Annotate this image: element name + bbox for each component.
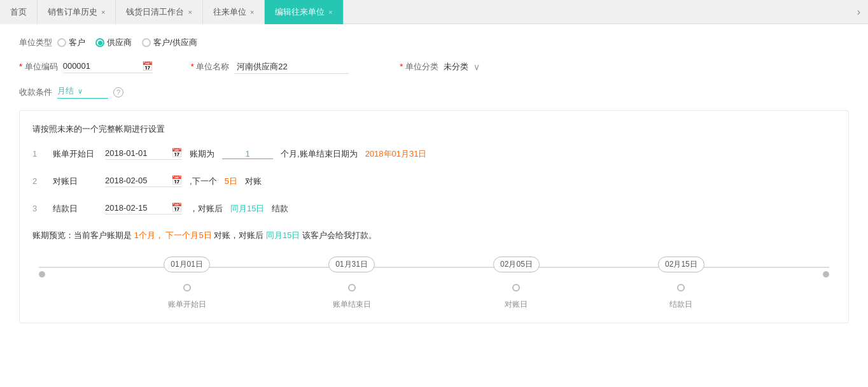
period-input[interactable] xyxy=(222,149,273,159)
row3-suffix: 结款 xyxy=(272,203,288,215)
payment-terms-row: 收款条件 月结 ∨ ? xyxy=(19,85,849,99)
timeline-tag-1: 01月01日 xyxy=(164,257,210,272)
timeline-dot-3 xyxy=(512,284,520,292)
radio-circle-both xyxy=(142,38,151,47)
unit-name-item: 单位名称 xyxy=(191,60,349,74)
start-date-calendar-icon[interactable]: 📅 xyxy=(171,148,182,158)
payment-terms-label: 收款条件 xyxy=(19,87,52,98)
unit-code-input-wrap: 📅 xyxy=(63,61,153,73)
preview-label: 账期预览：当前客户账期是 xyxy=(32,230,132,240)
setting-row-3: 3 结款日 📅 ，对账后 同月15日 结款 xyxy=(32,202,836,215)
section-title: 请按照未来的一个完整帐期进行设置 xyxy=(32,123,836,135)
preview-text: 账期预览：当前客户账期是 1个月， 下一个月5日 对账，对账后 同月15日 该客… xyxy=(32,230,836,241)
close-cash-work[interactable]: × xyxy=(188,8,192,16)
row1-suffix2: 个月,账单结束日期为 xyxy=(281,148,358,160)
timeline-node-2: 01月31日 账单结束日 xyxy=(328,257,375,310)
timeline-sublabel-2: 账单结束日 xyxy=(333,299,371,310)
start-date-wrap: 📅 xyxy=(105,148,182,160)
unit-code-icon[interactable]: 📅 xyxy=(142,61,153,71)
radio-customer[interactable]: 客户 xyxy=(57,37,85,48)
unit-name-input[interactable] xyxy=(234,60,349,74)
tab-more-button[interactable]: › xyxy=(850,6,868,18)
preview-part4: 同月15日 xyxy=(266,230,300,240)
timeline: 01月01日 账单开始日 01月31日 账单结束日 02月05日 对账日 xyxy=(32,257,836,310)
tab-bar: 首页 销售订单历史 × 钱货日清工作台 × 往来单位 × 编辑往来单位 × › xyxy=(0,0,868,24)
payment-terms-arrow-icon[interactable]: ∨ xyxy=(78,87,83,95)
radio-circle-supplier xyxy=(95,38,104,47)
timeline-node-1: 01月01日 账单开始日 xyxy=(164,257,210,310)
tab-home[interactable]: 首页 xyxy=(0,0,38,24)
reconcile-day-highlight: 5日 xyxy=(225,176,237,187)
unit-code-input[interactable] xyxy=(63,61,139,71)
unit-type-row: 单位类型 客户 供应商 客户/供应商 xyxy=(19,37,849,48)
end-date-highlight: 2018年01月31日 xyxy=(365,148,427,160)
close-partner[interactable]: × xyxy=(250,8,254,16)
radio-group: 客户 供应商 客户/供应商 xyxy=(57,37,197,48)
preview-part5: 该客户会给我打款。 xyxy=(302,230,377,240)
timeline-tag-3: 02月05日 xyxy=(493,257,540,272)
tab-cash-work[interactable]: 钱货日清工作台 × xyxy=(116,0,202,24)
radio-label-supplier: 供应商 xyxy=(107,37,132,48)
help-icon[interactable]: ? xyxy=(113,87,123,97)
timeline-sublabel-4: 结款日 xyxy=(669,299,692,310)
unit-info-row: 单位编码 📅 单位名称 单位分类 未分类 ∨ xyxy=(19,60,849,74)
payment-day-highlight: 同月15日 xyxy=(230,203,264,215)
radio-label-customer: 客户 xyxy=(69,37,85,48)
radio-circle-customer xyxy=(57,38,66,47)
close-sales-history[interactable]: × xyxy=(101,8,105,16)
main-content: 单位类型 客户 供应商 客户/供应商 单位编码 xyxy=(0,24,868,387)
preview-part3: 对账，对账后 xyxy=(214,230,263,240)
payment-terms-select[interactable]: 月结 ∨ xyxy=(57,85,108,99)
timeline-sublabel-1: 账单开始日 xyxy=(168,299,206,310)
timeline-node-4: 02月15日 结款日 xyxy=(658,257,704,310)
row3-prefix: ，对账后 xyxy=(190,203,223,215)
settings-section: 请按照未来的一个完整帐期进行设置 1 账单开始日 📅 账期为 个月,账单结束日期… xyxy=(19,110,849,323)
row-num-1: 1 xyxy=(32,149,45,158)
payment-date-calendar-icon[interactable]: 📅 xyxy=(171,202,182,213)
close-edit-partner[interactable]: × xyxy=(328,8,332,16)
row2-prefix: ,下一个 xyxy=(190,176,217,187)
row-label-1: 账单开始日 xyxy=(53,148,97,160)
setting-row-1: 1 账单开始日 📅 账期为 个月,账单结束日期为 2018年01月31日 xyxy=(32,148,836,160)
row-label-2: 对账日 xyxy=(53,176,97,187)
timeline-dot-1 xyxy=(183,284,191,292)
unit-category-dropdown-icon[interactable]: ∨ xyxy=(473,62,480,72)
payment-date-input[interactable] xyxy=(105,203,169,213)
timeline-start-dot xyxy=(39,271,45,278)
timeline-tag-2: 01月31日 xyxy=(328,257,375,272)
row1-suffix1: 账期为 xyxy=(190,148,214,160)
row-num-3: 3 xyxy=(32,204,45,213)
row2-suffix: 对账 xyxy=(245,176,262,187)
preview-part2: 下一个月5日 xyxy=(165,230,211,240)
tab-sales-history[interactable]: 销售订单历史 × xyxy=(38,0,116,24)
timeline-start-cap xyxy=(39,263,45,310)
radio-label-both: 客户/供应商 xyxy=(153,37,197,48)
timeline-end-dot xyxy=(823,271,829,278)
unit-name-label: 单位名称 xyxy=(191,61,230,73)
timeline-sublabel-3: 对账日 xyxy=(505,299,528,310)
start-date-input[interactable] xyxy=(105,148,169,158)
row-label-3: 结款日 xyxy=(53,203,97,215)
timeline-nodes: 01月01日 账单开始日 01月31日 账单结束日 02月05日 对账日 xyxy=(39,257,829,310)
unit-category-item: 单位分类 未分类 ∨ xyxy=(400,61,480,73)
preview-part1: 1个月， xyxy=(134,230,164,240)
payment-terms-value: 月结 xyxy=(57,85,74,97)
radio-both[interactable]: 客户/供应商 xyxy=(142,37,197,48)
row-num-2: 2 xyxy=(32,176,45,186)
reconcile-date-wrap: 📅 xyxy=(105,175,182,187)
unit-code-item: 单位编码 📅 xyxy=(19,61,153,73)
timeline-dot-2 xyxy=(348,284,356,292)
payment-date-wrap: 📅 xyxy=(105,202,182,215)
unit-category-label: 单位分类 xyxy=(400,61,438,73)
reconcile-date-input[interactable] xyxy=(105,176,169,185)
tab-partner[interactable]: 往来单位 × xyxy=(203,0,265,24)
timeline-dot-4 xyxy=(677,284,685,292)
timeline-tag-4: 02月15日 xyxy=(658,257,704,272)
setting-row-2: 2 对账日 📅 ,下一个 5日 对账 xyxy=(32,175,836,187)
reconcile-date-calendar-icon[interactable]: 📅 xyxy=(171,175,182,185)
payment-terms-item: 收款条件 月结 ∨ ? xyxy=(19,85,123,99)
timeline-end-cap xyxy=(823,263,829,310)
tab-edit-partner[interactable]: 编辑往来单位 × xyxy=(265,0,343,24)
radio-supplier[interactable]: 供应商 xyxy=(95,37,132,48)
unit-code-label: 单位编码 xyxy=(19,61,58,73)
